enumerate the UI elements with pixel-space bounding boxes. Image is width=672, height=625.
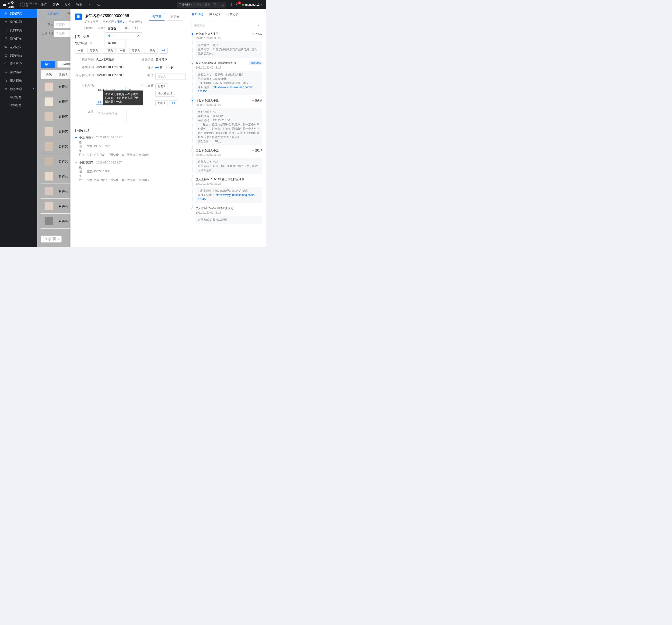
sidebar: 我的好友我的群聊我的学员我的订单电话记录我的商品流失客户客户继承删人记录标签管理… — [0, 9, 37, 247]
group-more[interactable]: +4 — [132, 26, 138, 30]
lastchat-label: 最近聊天时间 — [75, 73, 94, 80]
search-input[interactable] — [195, 3, 220, 6]
personal-tag[interactable]: 个人标签12 — [155, 91, 175, 97]
nav-promotion[interactable]: 推广 — [41, 3, 47, 7]
sidebar-item[interactable]: 标签管理⌃ — [0, 85, 37, 93]
user-menu[interactable]: manager11▼ — [242, 3, 263, 6]
source-value: 线上-北京昱新 — [96, 57, 133, 61]
dropdown-option[interactable]: 张三✓ — [105, 32, 142, 40]
sidebar-item[interactable]: 我的订单 — [0, 34, 37, 43]
personal-tag[interactable]: 标签1 — [155, 83, 168, 89]
nav-customer[interactable]: 客户 — [53, 3, 59, 7]
sidebar-item[interactable]: 我的商品 — [0, 51, 37, 60]
male-radio[interactable]: 男 — [155, 65, 163, 70]
top-nav: 推广 客户 质检 数据 — [41, 3, 100, 7]
top-right: 手机号码 ▼ ⌕ 5 manager11▼ — [177, 2, 266, 8]
svg-rect-7 — [5, 55, 7, 57]
personal-tag[interactable]: 标签1 — [155, 100, 168, 106]
nav-data[interactable]: 数据 — [76, 3, 82, 7]
friend-value: 名片分享 — [155, 57, 186, 61]
dropdown-option[interactable]: 俱保咏 — [105, 40, 125, 47]
source-label: 获客来源 — [75, 57, 94, 61]
lastchat-value: 2021/09/10 12:00:00 — [96, 73, 133, 80]
tag[interactable]: 中意向 — [144, 48, 158, 54]
deposit-button[interactable]: 交定金 — [167, 13, 183, 21]
history-item: 小王 更新了2021/01/30 01:38:27微信：空值-136721828… — [75, 135, 183, 161]
sidebar-item[interactable]: 客户继承 — [0, 68, 37, 76]
customer-drawer: 微信名称6789990000966 昵称：小王| 客户经理：张三| 所在群聊： … — [70, 9, 266, 247]
mobile-icon[interactable] — [229, 3, 233, 7]
manager-select[interactable]: 张三 — [117, 20, 124, 23]
col-avatar: 头像 — [41, 73, 57, 77]
tag-more[interactable]: +4 — [159, 48, 168, 54]
customer-title: 微信名称6789990000966 — [85, 13, 146, 19]
bell-icon[interactable]: 5 — [236, 3, 239, 7]
svg-rect-10 — [77, 16, 79, 18]
group-tag[interactable]: 群聊三 — [85, 26, 95, 30]
sidebar-item[interactable]: 电话记录 — [0, 43, 37, 51]
svg-point-3 — [6, 13, 7, 14]
filter-period-label: 运营期次 — [41, 30, 54, 37]
svg-point-9 — [5, 89, 6, 89]
svg-rect-6 — [5, 38, 7, 40]
filter-project-label: 项目 — [41, 21, 54, 28]
tag[interactable]: 高意向 — [87, 48, 101, 54]
tag[interactable]: 一般 — [117, 48, 128, 54]
sidebar-subitem[interactable]: 群聊标签 — [0, 101, 37, 109]
nav-qc[interactable]: 质检 — [65, 3, 70, 7]
collapse-icon[interactable]: ☰ — [41, 11, 43, 15]
page-size-select[interactable]: 10 条/页▼ — [41, 235, 62, 243]
friend-label: 好友来源 — [135, 57, 153, 61]
tag[interactable]: 中意向 — [102, 48, 116, 54]
personal-tag-more[interactable]: +4 — [169, 100, 177, 106]
svg-rect-1 — [230, 3, 232, 6]
gender-label: 性别 — [135, 65, 153, 70]
svg-point-0 — [89, 3, 90, 4]
nav-user-icon[interactable] — [88, 3, 91, 7]
search-type-select[interactable]: 手机号码 ▼ — [177, 3, 195, 7]
svg-rect-11 — [78, 16, 78, 16]
activity-filter-select[interactable]: 全部动态▼ — [192, 22, 262, 29]
brand-name: 云朵CRM — [8, 1, 17, 9]
view-detail-link[interactable]: 查看详情 — [249, 61, 262, 65]
sidebar-subitem[interactable]: 客户标签 — [0, 93, 37, 101]
svg-point-2 — [5, 12, 6, 14]
edit-tags-icon[interactable]: ✎ — [90, 42, 92, 45]
manager-dropdown: 师馨薇 张三✓ 俱保咏 — [105, 24, 125, 48]
tag[interactable]: 高意向 — [129, 48, 143, 54]
drawer-main: 微信名称6789990000966 昵称：小王| 客户经理：张三| 所在群聊： … — [70, 9, 188, 247]
export-button[interactable]: 导出 — [41, 60, 55, 68]
tags-label: 客户标签 — [75, 41, 87, 46]
sidebar-item[interactable]: 我的学员 — [0, 26, 37, 34]
sidebar-item[interactable]: 删人记录 — [0, 76, 37, 85]
brand-sub: 教育机构一站 式服务云平台 — [18, 2, 37, 7]
tab-orderlog[interactable]: 订单记录 — [226, 12, 238, 19]
sidebar-item[interactable]: 我的群聊 — [0, 18, 37, 26]
activity-item: 购买 4399理财课进阶课程大礼包查看详情2021/01/30 01:38:27… — [192, 61, 262, 99]
proxy-order-button[interactable]: 代下单 — [149, 13, 165, 21]
tag[interactable]: 一般 — [75, 48, 86, 54]
search-icon[interactable]: ⌕ — [220, 3, 226, 6]
activity-item: 进入直播间 759-59班第三期理财直播课2021/01/30 01:38:27… — [192, 177, 262, 206]
sidebar-item[interactable]: 流失客户 — [0, 60, 37, 68]
dropdown-option[interactable]: 师馨薇 — [105, 25, 125, 32]
remark-label: 备注 — [75, 110, 94, 124]
svg-point-4 — [5, 22, 6, 22]
female-radio[interactable]: 女 — [166, 65, 174, 70]
activity-panel: 客户动态 聊天记录 订单记录 全部动态▼ 定金单 创建人小王已完成2020/01… — [188, 9, 266, 247]
wechat-input[interactable] — [155, 73, 186, 80]
phone-label: 手机号码 — [75, 83, 94, 97]
nav-phone-icon[interactable] — [97, 3, 100, 7]
tab-chatlog[interactable]: 聊天记录 — [209, 12, 221, 19]
remark-textarea[interactable]: 请输入备注内容 — [96, 110, 126, 124]
history-item: 小王 更新了2021/01/30 01:38:27微信：空值-136721828… — [75, 161, 183, 186]
sidebar-item[interactable]: 我的好友 — [0, 9, 37, 18]
logo: 云朵CRM 教育机构一站 式服务云平台 — [0, 1, 37, 9]
tab-activity[interactable]: 客户动态 — [192, 12, 204, 19]
tab-livecode[interactable]: 个人活码✕ — [46, 9, 64, 17]
close-icon[interactable]: ✕ — [61, 12, 63, 15]
svg-point-5 — [6, 22, 7, 22]
activity-item: 加入群聊 759-59班理财训练营2021/01/30 01:38:27入群方式… — [192, 206, 262, 227]
addtime-label: 添加时间 — [75, 65, 94, 70]
gender-radios: 男 女 — [155, 65, 186, 70]
